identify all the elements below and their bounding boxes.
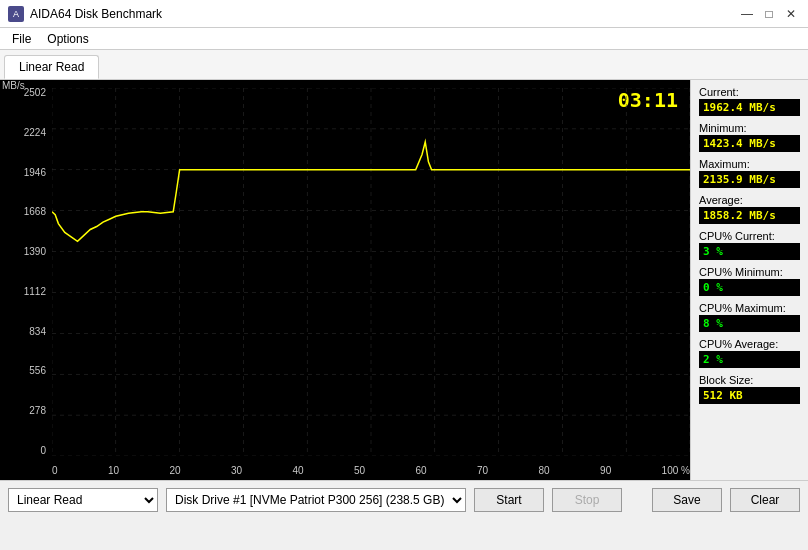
menu-file[interactable]: File: [4, 30, 39, 48]
y-label-2: 1946: [24, 168, 46, 178]
menu-bar: File Options: [0, 28, 808, 50]
clear-button[interactable]: Clear: [730, 488, 800, 512]
y-label-7: 556: [29, 366, 46, 376]
test-select[interactable]: Linear Read: [8, 488, 158, 512]
chart-canvas-wrap: [52, 88, 690, 456]
cpu-average-label: CPU% Average:: [699, 338, 800, 350]
stats-panel: Current: 1962.4 MB/s Minimum: 1423.4 MB/…: [690, 80, 808, 480]
chart-area: MB/s 03:11 2502 2224 1946 1668 1390 1112…: [0, 80, 690, 480]
x-label-0: 0: [52, 465, 58, 476]
y-label-8: 278: [29, 406, 46, 416]
stat-blocksize: Block Size: 512 KB: [699, 374, 800, 404]
y-label-9: 0: [40, 446, 46, 456]
y-label-3: 1668: [24, 207, 46, 217]
close-button[interactable]: ✕: [782, 5, 800, 23]
stat-minimum: Minimum: 1423.4 MB/s: [699, 122, 800, 152]
cpu-minimum-label: CPU% Minimum:: [699, 266, 800, 278]
stat-cpu-minimum: CPU% Minimum: 0 %: [699, 266, 800, 296]
save-button[interactable]: Save: [652, 488, 722, 512]
x-label-4: 40: [293, 465, 304, 476]
maximum-value: 2135.9 MB/s: [699, 171, 800, 188]
x-label-8: 80: [539, 465, 550, 476]
minimum-label: Minimum:: [699, 122, 800, 134]
x-label-6: 60: [416, 465, 427, 476]
cpu-current-value: 3 %: [699, 243, 800, 260]
y-label-6: 834: [29, 327, 46, 337]
minimize-button[interactable]: —: [738, 5, 756, 23]
y-label-5: 1112: [24, 287, 46, 297]
cpu-minimum-value: 0 %: [699, 279, 800, 296]
cpu-maximum-value: 8 %: [699, 315, 800, 332]
x-label-9: 90: [600, 465, 611, 476]
stat-cpu-average: CPU% Average: 2 %: [699, 338, 800, 368]
cpu-current-label: CPU% Current:: [699, 230, 800, 242]
stat-cpu-current: CPU% Current: 3 %: [699, 230, 800, 260]
chart-canvas: [52, 88, 690, 456]
x-label-3: 30: [231, 465, 242, 476]
average-label: Average:: [699, 194, 800, 206]
average-value: 1858.2 MB/s: [699, 207, 800, 224]
stat-average: Average: 1858.2 MB/s: [699, 194, 800, 224]
x-label-5: 50: [354, 465, 365, 476]
cpu-average-value: 2 %: [699, 351, 800, 368]
stat-cpu-maximum: CPU% Maximum: 8 %: [699, 302, 800, 332]
disk-select[interactable]: Disk Drive #1 [NVMe Patriot P300 256] (2…: [166, 488, 466, 512]
blocksize-label: Block Size:: [699, 374, 800, 386]
window-title: AIDA64 Disk Benchmark: [30, 7, 162, 21]
tab-bar: Linear Read: [0, 50, 808, 80]
current-value: 1962.4 MB/s: [699, 99, 800, 116]
app-icon: A: [8, 6, 24, 22]
y-label-4: 1390: [24, 247, 46, 257]
stat-current: Current: 1962.4 MB/s: [699, 86, 800, 116]
x-label-1: 10: [108, 465, 119, 476]
main-area: MB/s 03:11 2502 2224 1946 1668 1390 1112…: [0, 80, 808, 480]
bottom-bar: Linear Read Disk Drive #1 [NVMe Patriot …: [0, 480, 808, 518]
maximum-label: Maximum:: [699, 158, 800, 170]
tab-linear-read[interactable]: Linear Read: [4, 55, 99, 79]
stat-maximum: Maximum: 2135.9 MB/s: [699, 158, 800, 188]
x-label-2: 20: [169, 465, 180, 476]
x-label-7: 70: [477, 465, 488, 476]
menu-options[interactable]: Options: [39, 30, 96, 48]
title-controls: — □ ✕: [738, 5, 800, 23]
y-label-0: 2502: [24, 88, 46, 98]
maximize-button[interactable]: □: [760, 5, 778, 23]
title-bar: A AIDA64 Disk Benchmark — □ ✕: [0, 0, 808, 28]
stop-button[interactable]: Stop: [552, 488, 622, 512]
start-button[interactable]: Start: [474, 488, 544, 512]
y-axis: 2502 2224 1946 1668 1390 1112 834 556 27…: [0, 88, 50, 456]
minimum-value: 1423.4 MB/s: [699, 135, 800, 152]
x-label-10: 100 %: [662, 465, 690, 476]
title-bar-left: A AIDA64 Disk Benchmark: [8, 6, 162, 22]
cpu-maximum-label: CPU% Maximum:: [699, 302, 800, 314]
x-axis: 0 10 20 30 40 50 60 70 80 90 100 %: [52, 465, 690, 476]
blocksize-value: 512 KB: [699, 387, 800, 404]
y-label-1: 2224: [24, 128, 46, 138]
current-label: Current:: [699, 86, 800, 98]
